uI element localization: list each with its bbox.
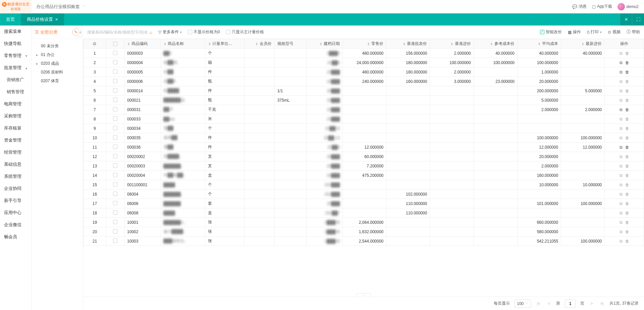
col-select-all[interactable]	[106, 39, 124, 49]
hide-zero-checkbox[interactable]: 不显示价格为0	[188, 29, 220, 35]
table-row[interactable]: 6000021██████品瓶375mL20███5.000000⧉🗑	[84, 96, 644, 105]
checkbox-icon[interactable]	[113, 107, 117, 111]
checkbox-icon[interactable]	[113, 126, 117, 130]
copy-icon[interactable]: ⧉	[620, 107, 623, 112]
copy-icon[interactable]: ⧉	[620, 183, 623, 187]
copy-icon[interactable]: ⧉	[620, 70, 623, 74]
video-button[interactable]: ⊙ 视频	[608, 29, 621, 35]
col-base-whsl[interactable]: ▲▼基准批发价	[386, 39, 430, 49]
grid-wrapper[interactable]: ⚙ ▲▼商品编码 ▲▼商品名称 ▲▼计量单位... ▲▼会员价 规格型号 ▲▼建…	[83, 39, 644, 297]
nav-item[interactable]: 库存核算	[0, 122, 31, 134]
nav-item[interactable]: 资金管理	[0, 134, 31, 146]
help-button[interactable]: ⓘ 帮助	[627, 29, 640, 35]
checkbox-icon[interactable]	[113, 239, 117, 243]
delete-icon[interactable]: 🗑	[625, 192, 629, 197]
copy-icon[interactable]: ⧉	[620, 79, 623, 84]
copy-icon[interactable]: ⧉	[620, 173, 623, 178]
delete-icon[interactable]: 🗑	[625, 220, 629, 225]
per-page-select[interactable]: 100 ﹀	[515, 300, 531, 308]
checkbox-icon[interactable]	[113, 116, 117, 121]
nav-item[interactable]: 搜索菜单	[0, 25, 31, 38]
checkbox-icon[interactable]	[113, 220, 117, 224]
checkbox-icon[interactable]	[113, 173, 117, 177]
tree-item[interactable]: ▸01 办公	[32, 50, 83, 59]
delete-icon[interactable]: 🗑	[625, 145, 629, 150]
col-settings[interactable]: ⚙	[84, 39, 106, 49]
app-download-button[interactable]: ▢ App下载	[592, 4, 612, 9]
table-row[interactable]: 1910001██████A..张2███052,064.000000660.0…	[84, 218, 644, 227]
col-latest-purch[interactable]: ▲▼最新进价	[561, 39, 605, 49]
checkbox-icon[interactable]	[113, 229, 117, 234]
nav-item[interactable]: 系统管理	[0, 170, 31, 183]
delete-icon[interactable]: 🗑	[625, 154, 629, 159]
operations-button[interactable]: ▦ 操作	[568, 29, 581, 35]
copy-icon[interactable]: ⧉	[620, 89, 623, 93]
copy-icon[interactable]: ⧉	[620, 229, 623, 234]
nav-item[interactable]: 应用中心	[0, 207, 31, 219]
table-row[interactable]: 8000033██est米20███⧉🗑	[84, 114, 644, 124]
checkbox-icon[interactable]	[113, 210, 117, 215]
checkbox-icon[interactable]	[113, 79, 117, 83]
table-row[interactable]: 1606004██████..个202███102.000000⧉🗑	[84, 190, 644, 199]
checkbox-icon[interactable]	[113, 145, 117, 149]
delete-icon[interactable]: 🗑	[625, 211, 629, 215]
col-name[interactable]: ▲▼商品名称	[161, 39, 205, 49]
copy-icon[interactable]: ⧉	[620, 239, 623, 244]
copy-icon[interactable]: ⧉	[620, 117, 623, 121]
main-unit-only-checkbox[interactable]: 只显示主计量价格	[226, 29, 264, 35]
more-conditions-button[interactable]: ▽ 更多条件 ▾	[158, 29, 182, 35]
delete-icon[interactable]: 🗑	[625, 70, 629, 74]
delete-icon[interactable]: 🗑	[625, 164, 629, 168]
nav-item[interactable]: 快捷导航	[0, 38, 31, 50]
table-row[interactable]: 10000003██5个2███0480.000000156.0000002.0…	[84, 49, 644, 58]
table-row[interactable]: 2110003███新特办..张2███052,544.000000542.21…	[84, 237, 644, 246]
table-row[interactable]: 1706006██████套20███110.000000101.0000001…	[84, 199, 644, 208]
nav-item[interactable]: 采购管理	[0, 110, 31, 122]
delete-icon[interactable]: 🗑	[625, 239, 629, 244]
checkbox-icon[interactable]	[113, 201, 117, 205]
col-vip[interactable]: ▲▼会员价	[245, 39, 275, 49]
close-all-tabs-button[interactable]: ✕	[620, 13, 632, 25]
table-row[interactable]: 9000034奥██个20██23⧉🗑	[84, 124, 644, 133]
tree-item[interactable]: ▸0203 成品	[32, 59, 83, 68]
delete-icon[interactable]: 🗑	[625, 98, 629, 103]
first-page-button[interactable]: |<	[536, 301, 542, 306]
col-ref-cost[interactable]: ▲▼参考成本价	[474, 39, 517, 49]
nav-item[interactable]: 营销推广	[0, 74, 31, 86]
fullscreen-button[interactable]: ⛶	[632, 13, 644, 25]
table-row[interactable]: 15001100001████个202███10.00000010.000000…	[84, 180, 644, 190]
page-input[interactable]	[565, 300, 576, 308]
table-row[interactable]: 1400020004中██笔██..盒20███475.200000160.00…	[84, 171, 644, 180]
nav-item[interactable]: 基础信息	[0, 158, 31, 170]
delete-icon[interactable]: 🗑	[625, 136, 629, 140]
delete-icon[interactable]: 🗑	[625, 89, 629, 93]
prev-page-button[interactable]: <	[546, 301, 551, 306]
col-unit[interactable]: ▲▼计量单位...	[205, 39, 245, 49]
nav-item[interactable]: 销售管理	[0, 86, 31, 98]
table-row[interactable]: 50000014杜████件1/120███200.0000005.000000…	[84, 86, 644, 96]
col-base-purch[interactable]: ▲▼基准进价	[430, 39, 474, 49]
table-row[interactable]: 1300020003██████..支20███7.2000002.000000…	[84, 161, 644, 171]
col-spec[interactable]: 规格型号	[274, 39, 306, 49]
copy-icon[interactable]: ⧉	[620, 154, 623, 159]
tree-item[interactable]: 0206 原材料	[32, 68, 83, 76]
copy-icon[interactable]: ⧉	[620, 145, 623, 150]
nav-item[interactable]: 新手引导	[0, 195, 31, 207]
nav-item[interactable]: 企业协同	[0, 183, 31, 195]
checkbox-icon[interactable]	[113, 192, 117, 196]
copy-icon[interactable]: ⧉	[620, 136, 623, 140]
delete-icon[interactable]: 🗑	[625, 60, 629, 65]
smart-price-checkbox[interactable]: 智能改价	[540, 29, 562, 35]
tree-item[interactable]: 00 未分类	[32, 42, 83, 50]
table-row[interactable]: 40000006洗██K瓶20███240.000000160.0000003.…	[84, 77, 644, 86]
category-collapse-button[interactable]: «	[77, 25, 83, 39]
tab-price-settings[interactable]: 商品价格设置 ✕	[21, 13, 64, 25]
checkbox-icon[interactable]	[113, 163, 117, 168]
copy-icon[interactable]: ⧉	[620, 51, 623, 56]
copy-icon[interactable]: ⧉	[620, 211, 623, 215]
account-selector[interactable]: 办公用品行业模拟账套 ﹀	[36, 4, 87, 10]
checkbox-icon[interactable]	[113, 135, 117, 140]
delete-icon[interactable]: 🗑	[625, 229, 629, 234]
tray-handle[interactable]: ︿	[356, 293, 371, 297]
delete-icon[interactable]: 🗑	[625, 51, 629, 56]
